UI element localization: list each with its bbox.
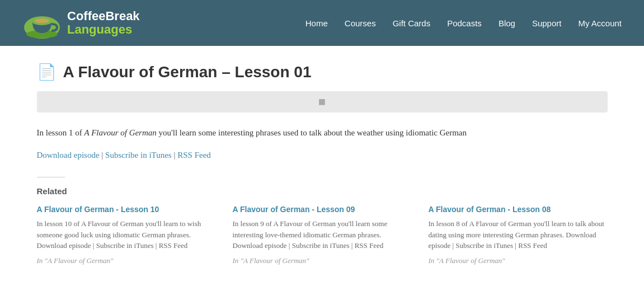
rss-feed-link[interactable]: RSS Feed — [177, 151, 211, 160]
related-category-0: In "A Flavour of German" — [37, 256, 114, 265]
subscribe-itunes-link[interactable]: Subscribe in iTunes — [105, 151, 172, 160]
lesson-description: In lesson 1 of A Flavour of German you'l… — [37, 126, 608, 139]
related-desc-1: In lesson 9 of A Flavour of German you'l… — [233, 218, 412, 251]
desc-after-em: you'll learn some interesting phrases us… — [157, 128, 467, 137]
audio-player-bar[interactable]: ■ — [37, 91, 608, 112]
nav-gift-cards[interactable]: Gift Cards — [393, 18, 431, 28]
document-icon: 📄 — [37, 63, 57, 81]
plugin-icon: ■ — [318, 95, 326, 109]
desc-before-em: In lesson 1 of — [37, 128, 84, 137]
related-title-0[interactable]: A Flavour of German - Lesson 10 — [37, 205, 216, 214]
episode-links: Download episode | Subscribe in iTunes |… — [37, 151, 608, 160]
nav-courses[interactable]: Courses — [345, 18, 376, 28]
related-item-2: A Flavour of German - Lesson 08 In lesso… — [429, 205, 608, 265]
logo[interactable]: CoffeeBreak Languages — [22, 6, 140, 40]
related-desc-2: In lesson 8 of A Flavour of German you'l… — [429, 218, 608, 251]
logo-text-bottom: Languages — [67, 23, 140, 36]
related-title-2[interactable]: A Flavour of German - Lesson 08 — [429, 205, 608, 214]
related-item-1: A Flavour of German - Lesson 09 In lesso… — [233, 205, 412, 265]
related-desc-0: In lesson 10 of A Flavour of German you'… — [37, 218, 216, 251]
nav-support[interactable]: Support — [532, 18, 562, 28]
nav-my-account[interactable]: My Account — [578, 18, 622, 28]
page-title: A Flavour of German – Lesson 01 — [63, 63, 312, 81]
svg-point-3 — [35, 18, 49, 23]
divider — [37, 177, 65, 177]
main-nav: Home Courses Gift Cards Podcasts Blog Su… — [305, 18, 622, 28]
related-category-1: In "A Flavour of German" — [233, 256, 309, 265]
title-row: 📄 A Flavour of German – Lesson 01 — [37, 63, 608, 81]
related-grid: A Flavour of German - Lesson 10 In lesso… — [37, 205, 608, 265]
download-episode-link[interactable]: Download episode — [37, 151, 100, 160]
related-label: Related — [37, 186, 608, 196]
nav-podcasts[interactable]: Podcasts — [447, 18, 482, 28]
nav-home[interactable]: Home — [305, 18, 328, 28]
related-category-2: In "A Flavour of German" — [429, 256, 505, 265]
site-header: CoffeeBreak Languages Home Courses Gift … — [0, 0, 644, 46]
main-content: 📄 A Flavour of German – Lesson 01 ■ In l… — [15, 46, 630, 288]
logo-text-top: CoffeeBreak — [67, 10, 140, 23]
nav-blog[interactable]: Blog — [499, 18, 515, 28]
related-title-1[interactable]: A Flavour of German - Lesson 09 — [233, 205, 412, 214]
desc-em: A Flavour of German — [84, 128, 157, 137]
logo-cup-icon — [22, 6, 62, 40]
related-item-0: A Flavour of German - Lesson 10 In lesso… — [37, 205, 216, 265]
